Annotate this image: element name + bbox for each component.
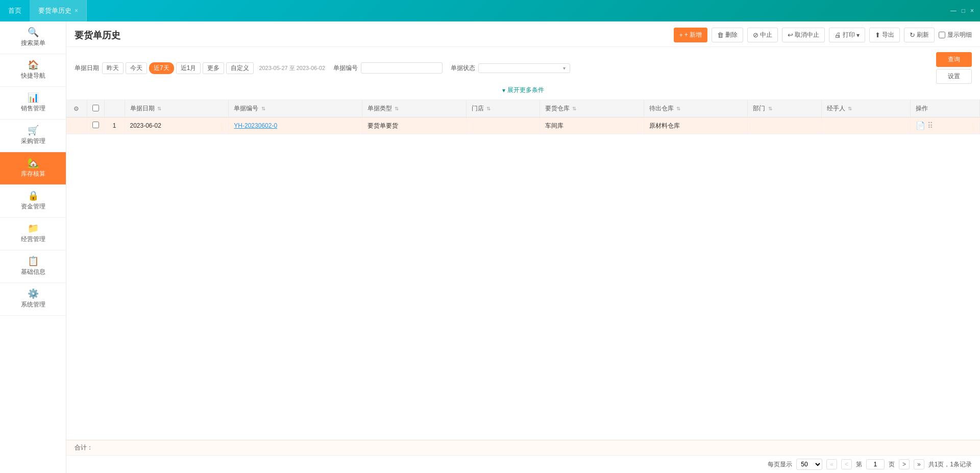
- th-doctype-label: 单据类型: [368, 105, 392, 112]
- filter-row-1: 单据日期 昨天 今天 近7天 近1月 更多 自定义 2023-05-27 至 2…: [75, 52, 972, 84]
- print-dropdown-icon: ▾: [856, 32, 860, 39]
- row-checkbox[interactable]: [92, 122, 99, 128]
- row-more-icon[interactable]: ⠿: [927, 121, 933, 130]
- docno-filter-input[interactable]: [361, 62, 443, 74]
- th-req-warehouse[interactable]: 要货仓库 ⇅: [540, 100, 644, 117]
- sidebar-item-quick-nav[interactable]: 🏠 快捷导航: [0, 54, 66, 87]
- sidebar-item-finance-label: 资金管理: [21, 202, 45, 211]
- tab-history[interactable]: 要货单历史 ×: [30, 0, 87, 21]
- th-date-label: 单据日期: [130, 105, 155, 112]
- th-date-sort-icon: ⇅: [157, 106, 161, 111]
- th-handler-label: 经手人: [827, 105, 845, 112]
- sidebar-item-basic-info[interactable]: 📋 基础信息: [0, 250, 66, 283]
- quick-nav-icon: 🏠: [28, 60, 39, 69]
- date-btn-1month[interactable]: 近1月: [176, 62, 201, 74]
- export-button[interactable]: ⬆ 导出: [869, 28, 900, 42]
- sidebar-item-sales[interactable]: 📊 销售管理: [0, 87, 66, 120]
- th-check[interactable]: [87, 100, 104, 117]
- th-pend-warehouse[interactable]: 待出仓库 ⇅: [644, 100, 748, 117]
- table-row[interactable]: 1 2023-06-02 YH-20230602-0 要货单要货 车间库 原材料…: [66, 117, 980, 134]
- sidebar-item-purchase[interactable]: 🛒 采购管理: [0, 120, 66, 152]
- delete-label: 删除: [725, 31, 738, 39]
- print-button[interactable]: 🖨 打印 ▾: [829, 28, 865, 42]
- window-maximize[interactable]: □: [962, 7, 965, 14]
- search-menu-icon: 🔍: [28, 28, 39, 37]
- sidebar-item-operations[interactable]: 📁 经营管理: [0, 218, 66, 250]
- th-action: 操作: [910, 100, 979, 117]
- tab-home[interactable]: 首页: [0, 0, 30, 21]
- page-prev-button[interactable]: <: [841, 459, 852, 469]
- th-dept[interactable]: 部门 ⇅: [748, 100, 821, 117]
- select-all-checkbox[interactable]: [92, 105, 99, 111]
- display-detail-check[interactable]: 显示明细: [939, 31, 972, 39]
- row-docno-link[interactable]: YH-20230602-0: [234, 122, 277, 129]
- sidebar-item-system[interactable]: ⚙️ 系统管理: [0, 283, 66, 316]
- th-handler-sort-icon: ⇅: [848, 106, 852, 111]
- date-btn-7days[interactable]: 近7天: [149, 62, 174, 74]
- th-doctype-sort-icon: ⇅: [395, 106, 399, 111]
- row-pend-warehouse: 原材料仓库: [644, 117, 748, 134]
- page-jump-input[interactable]: [866, 459, 885, 469]
- page-size-select[interactable]: 10 20 50 100: [796, 459, 822, 470]
- th-docno[interactable]: 单据编号 ⇅: [229, 100, 362, 117]
- date-btn-today[interactable]: 今天: [126, 62, 147, 74]
- date-btn-custom[interactable]: 自定义: [226, 62, 254, 74]
- tab-bar: 首页 要货单历史 ×: [0, 0, 950, 21]
- docno-filter-group: 单据编号: [333, 62, 443, 74]
- table-footer: 合计：: [66, 440, 980, 455]
- export-label: 导出: [882, 31, 894, 39]
- th-doctype[interactable]: 单据类型 ⇅: [362, 100, 466, 117]
- finance-icon: 🔒: [28, 191, 39, 200]
- status-dropdown[interactable]: ▾: [478, 63, 570, 73]
- th-docno-label: 单据编号: [234, 105, 258, 112]
- th-settings[interactable]: ⚙: [66, 100, 87, 117]
- delete-icon: 🗑: [717, 31, 724, 39]
- stop-button[interactable]: ⊘ 中止: [747, 28, 778, 42]
- sidebar-item-search-menu-label: 搜索菜单: [21, 39, 45, 48]
- delete-button[interactable]: 🗑 删除: [712, 28, 743, 42]
- row-doctype: 要货单要货: [362, 117, 466, 134]
- sidebar-item-inventory[interactable]: 🏡 库存核算: [0, 152, 66, 185]
- display-detail-checkbox[interactable]: [939, 32, 945, 38]
- th-pend-warehouse-label: 待出仓库: [649, 105, 674, 112]
- row-edit-icon[interactable]: 📄: [916, 121, 925, 130]
- column-settings-icon[interactable]: ⚙: [74, 105, 79, 112]
- expand-more[interactable]: ▾ 展开更多条件: [75, 86, 972, 94]
- th-date[interactable]: 单据日期 ⇅: [125, 100, 229, 117]
- summary-label: 合计：: [75, 444, 93, 451]
- window-close[interactable]: ×: [970, 7, 974, 14]
- top-bar: 首页 要货单历史 × — □ ×: [0, 0, 980, 21]
- th-store[interactable]: 门店 ⇅: [466, 100, 540, 117]
- window-minimize[interactable]: —: [950, 7, 957, 14]
- row-docno[interactable]: YH-20230602-0: [229, 117, 362, 134]
- date-btn-more[interactable]: 更多: [203, 62, 224, 74]
- table-area: ⚙ 单据日期 ⇅ 单据编号 ⇅: [66, 100, 980, 440]
- page-last-button[interactable]: »: [914, 459, 924, 469]
- row-store: [466, 117, 540, 134]
- tab-history-close[interactable]: ×: [75, 7, 78, 14]
- display-detail-label: 显示明细: [947, 31, 972, 39]
- page-first-button[interactable]: «: [826, 459, 837, 469]
- sidebar-item-purchase-label: 采购管理: [21, 137, 45, 146]
- date-btn-yesterday[interactable]: 昨天: [102, 62, 124, 74]
- table-header-row: ⚙ 单据日期 ⇅ 单据编号 ⇅: [66, 100, 980, 117]
- print-icon: 🖨: [835, 31, 841, 39]
- row-check[interactable]: [87, 117, 104, 134]
- expand-icon: ▾: [502, 87, 505, 94]
- settings-button[interactable]: 设置: [936, 69, 972, 84]
- sidebar-item-inventory-label: 库存核算: [21, 170, 45, 178]
- refresh-button[interactable]: ↻ 刷新: [904, 28, 935, 42]
- cancel-stop-button[interactable]: ↩ 取消中止: [782, 28, 825, 42]
- row-action: 📄 ⠿: [910, 117, 979, 134]
- query-button[interactable]: 查询: [936, 52, 972, 67]
- page-jump-label: 第: [856, 460, 862, 469]
- page-next-button[interactable]: >: [899, 459, 910, 469]
- new-button[interactable]: + + 新增: [674, 28, 707, 42]
- sidebar-item-sales-label: 销售管理: [21, 104, 45, 113]
- sidebar-item-search-menu[interactable]: 🔍 搜索菜单: [0, 21, 66, 54]
- content-area: 要货单历史 + + 新增 🗑 删除 ⊘ 中止 ↩ 取消中止: [66, 21, 980, 473]
- filter-area: 单据日期 昨天 今天 近7天 近1月 更多 自定义 2023-05-27 至 2…: [66, 47, 980, 100]
- date-range-text: 2023-05-27 至 2023-06-02: [259, 64, 325, 72]
- sidebar-item-finance[interactable]: 🔒 资金管理: [0, 185, 66, 218]
- th-handler[interactable]: 经手人 ⇅: [821, 100, 910, 117]
